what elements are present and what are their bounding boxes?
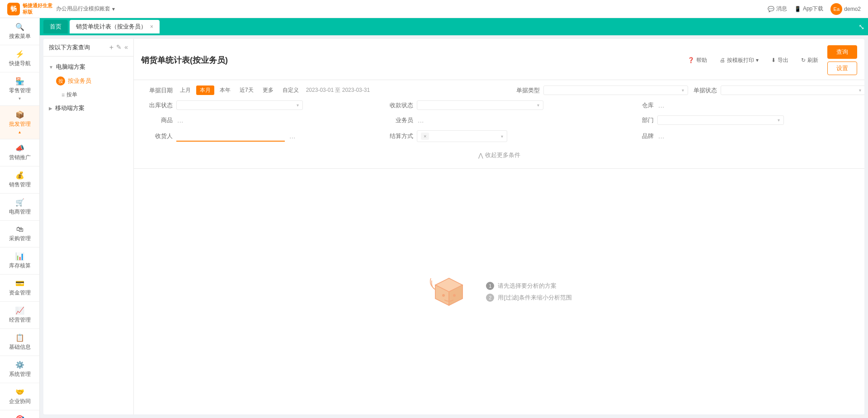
sidebar-item-newbie[interactable]: 🎯 新手引导 (0, 410, 39, 418)
receipt-status-arrow: ▾ (537, 103, 539, 108)
tab-home[interactable]: 首页 (43, 20, 68, 33)
scheme-collapse-btn[interactable]: « (124, 43, 128, 52)
consignee-dots-btn[interactable]: ... (289, 132, 295, 140)
app-download-btn[interactable]: 📱 App下载 (794, 5, 823, 13)
export-icon: ⬇ (771, 57, 776, 63)
tab-sales-stat-label: 销货单统计表（按业务员） (76, 23, 146, 31)
scheme-panel: 按以下方案查询 + ✎ « ▼ 电脑端方案 按 (43, 39, 134, 414)
empty-hints: 1 请先选择要分析的方案 2 用[过滤]条件来缩小分析范围 (486, 282, 571, 302)
doc-status-label: 单据状态 (685, 86, 717, 95)
date-tab-this-year[interactable]: 本年 (216, 86, 234, 95)
hint-text-2: 用[过滤]条件来缩小分析范围 (498, 294, 571, 302)
tab-sales-stat[interactable]: 销货单统计表（按业务员） × (70, 20, 160, 33)
template-print-btn[interactable]: 🖨 按模板打印 ▾ (716, 55, 762, 66)
sidebar-label-ecommerce: 电商管理 (9, 208, 31, 216)
dropdown-arrow: ▾ (112, 6, 115, 12)
settings-button[interactable]: 设置 (827, 62, 857, 75)
salesperson-dots-btn[interactable]: ... (418, 116, 424, 124)
warehouse-label: 仓库 (622, 101, 654, 109)
doc-status-select[interactable]: ▾ (721, 86, 864, 95)
doc-type-select[interactable]: ▾ (543, 86, 688, 95)
sidebar-label-enterprise: 企业协同 (9, 398, 31, 405)
svg-point-6 (453, 294, 456, 297)
logo-area: 畅 畅捷通好生意 标版 (7, 3, 52, 15)
date-tab-this-month[interactable]: 本月 (196, 86, 214, 95)
sidebar-item-sales[interactable]: 💰 销售管理 (0, 166, 39, 194)
hint-text-1: 请先选择要分析的方案 (498, 282, 557, 290)
sidebar-label-wholesale: 批发管理 (9, 120, 31, 128)
consignee-input[interactable] (176, 131, 285, 142)
filter-area: 单据日期 上月 本月 本年 近7天 更多 自定义 2023-03-01 至 20… (134, 80, 864, 169)
sidebar-item-operations[interactable]: 📈 经营管理 (0, 302, 39, 329)
sidebar-item-quick-nav[interactable]: ⚡ 快捷导航 (0, 45, 39, 72)
maximize-icon[interactable]: ⤡ (859, 23, 864, 31)
ecommerce-icon: 🛒 (15, 198, 24, 207)
sidebar-item-wholesale[interactable]: 📦 批发管理 ▴ (0, 106, 39, 139)
scheme-edit-btn[interactable]: ✎ (116, 43, 122, 52)
user-menu[interactable]: Ea demo2 (830, 3, 861, 15)
tree-group-pc: ▼ 电脑端方案 按 按业务员 ≡ 按单 (43, 60, 133, 101)
sidebar-label-operations: 经营管理 (9, 316, 31, 324)
quick-nav-icon: ⚡ (15, 50, 24, 58)
dropdown-label[interactable]: 办公用品行业模拟账套 (56, 5, 110, 13)
product-dots-btn[interactable]: ... (177, 116, 183, 124)
avatar: Ea (830, 3, 842, 15)
sidebar-item-inventory[interactable]: 📊 库存核算 (0, 247, 39, 275)
product-label: 商品 (141, 116, 173, 124)
filter-col-department: 部门 ▾ (622, 115, 857, 125)
scheme-add-btn[interactable]: + (109, 43, 113, 52)
tree-item-by-doc[interactable]: ≡ 按单 (43, 88, 133, 101)
tree-item-salesperson[interactable]: 按 按业务员 (43, 74, 133, 88)
tree-group-pc-header[interactable]: ▼ 电脑端方案 (43, 60, 133, 74)
warehouse-dots-btn[interactable]: ... (658, 101, 664, 109)
newbie-icon: 🎯 (15, 415, 24, 418)
date-tab-custom[interactable]: 自定义 (279, 86, 302, 95)
page-title-bar: 销货单统计表(按业务员) ❓ 帮助 🖨 按模板打印 ▾ ⬇ (134, 39, 864, 80)
date-tab-last7[interactable]: 近7天 (236, 86, 257, 95)
filter-col-payment: 结算方式 × ▾ (382, 130, 617, 142)
help-icon: ❓ (688, 57, 694, 63)
sidebar-item-ecommerce[interactable]: 🛒 电商管理 (0, 194, 39, 221)
sidebar-item-system[interactable]: ⚙️ 系统管理 (0, 356, 39, 383)
sidebar-item-search[interactable]: 🔍 搜索菜单 (0, 18, 39, 45)
filter-col-doc-status: 单据状态 ▾ (685, 86, 857, 95)
payment-select[interactable]: × ▾ (417, 130, 507, 142)
sales-icon: 💰 (15, 171, 24, 180)
department-select[interactable]: ▾ (657, 115, 784, 125)
help-btn[interactable]: ❓ 帮助 (684, 55, 711, 66)
sidebar-item-finance[interactable]: 💳 资金管理 (0, 275, 39, 302)
top-header: 畅 畅捷通好生意 标版 办公用品行业模拟账套 ▾ 💬 消息 📱 App下载 Ea… (0, 0, 868, 18)
sidebar-item-enterprise[interactable]: 🤝 企业协同 (0, 383, 39, 410)
sidebar-label-quick-nav: 快捷导航 (9, 60, 31, 67)
message-btn[interactable]: 💬 消息 (768, 5, 787, 13)
breadcrumb-area[interactable]: 办公用品行业模拟账套 ▾ (56, 5, 115, 13)
collapse-conditions-btn[interactable]: ⋀ 收起更多条件 (141, 147, 857, 163)
query-button[interactable]: 查询 (827, 45, 857, 59)
out-status-select[interactable]: ▾ (176, 100, 303, 110)
header-left: 畅 畅捷通好生意 标版 办公用品行业模拟账套 ▾ (7, 3, 115, 15)
date-tab-more[interactable]: 更多 (259, 86, 277, 95)
tab-close-icon[interactable]: × (150, 24, 153, 30)
receipt-status-select[interactable]: ▾ (417, 100, 543, 110)
doc-status-arrow: ▾ (859, 88, 861, 93)
empty-hint-2: 2 用[过滤]条件来缩小分析范围 (486, 294, 571, 302)
brand-dots-btn[interactable]: ... (658, 132, 664, 140)
tree-group-mobile-header[interactable]: ▶ 移动端方案 (43, 101, 133, 115)
empty-state: 1 请先选择要分析的方案 2 用[过滤]条件来缩小分析范围 (134, 169, 864, 414)
empty-illustration (426, 269, 472, 314)
sidebar-item-retail[interactable]: 🏪 零售管理 ▾ (0, 72, 39, 106)
sidebar-label-marketing: 营销推广 (9, 154, 31, 162)
sidebar-item-marketing[interactable]: 📣 营销推广 (0, 139, 39, 166)
department-label: 部门 (622, 116, 654, 124)
sidebar-label-basic: 基础信息 (9, 343, 31, 351)
refresh-btn[interactable]: ↻ 刷新 (797, 55, 822, 66)
empty-content: 1 请先选择要分析的方案 2 用[过滤]条件来缩小分析范围 (426, 269, 571, 314)
filter-col-consignee: 收货人 ... (141, 131, 376, 142)
payment-tag-close[interactable]: × (424, 133, 426, 139)
scheme-header-title: 按以下方案查询 (49, 43, 90, 52)
salesperson-label: 业务员 (382, 116, 413, 124)
export-btn[interactable]: ⬇ 导出 (768, 55, 792, 66)
sidebar-item-purchase[interactable]: 🛍 采购管理 (0, 221, 39, 247)
sidebar-item-basic[interactable]: 📋 基础信息 (0, 329, 39, 356)
date-tab-last-month[interactable]: 上月 (176, 86, 194, 95)
